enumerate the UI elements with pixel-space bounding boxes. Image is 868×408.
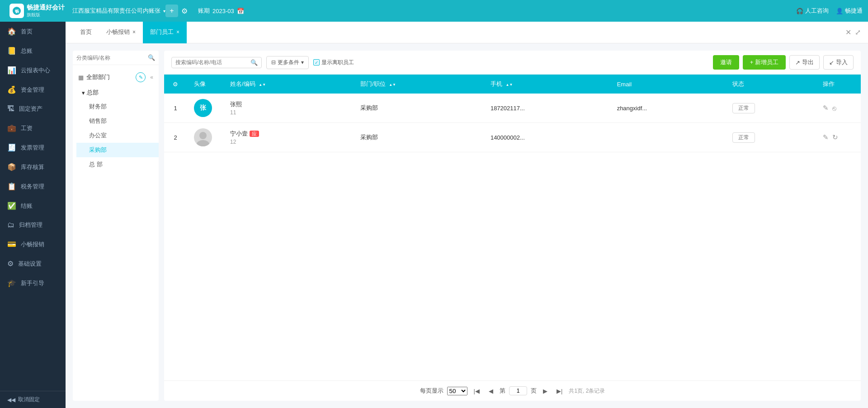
sidebar-item-archive[interactable]: 🗂 归档管理: [0, 216, 66, 234]
first-page-button[interactable]: |◀: [471, 387, 482, 395]
tab-dept-label: 部门员工: [150, 28, 174, 36]
sidebar-item-tax[interactable]: 📋 税务管理: [0, 177, 66, 196]
inventory-icon: 📦: [7, 163, 16, 171]
period-area: 账期 2023-03 📅: [198, 7, 244, 15]
sidebar-item-settle[interactable]: ✅ 结账: [0, 196, 66, 216]
close-window-icon[interactable]: ✕: [845, 28, 851, 37]
employee-email: [610, 123, 725, 152]
invite-button[interactable]: 邀请: [713, 55, 739, 70]
maximize-window-icon[interactable]: ⤢: [855, 28, 861, 37]
dept-node-finance[interactable]: 财务部: [76, 99, 159, 114]
sort-phone-icon[interactable]: ▲▼: [506, 83, 513, 87]
settings-icon[interactable]: ⚙: [178, 5, 191, 17]
dept-node-general[interactable]: 总 部: [76, 157, 159, 172]
page-number-input[interactable]: [509, 386, 527, 395]
all-dept-item[interactable]: ▦ 全部部门 ✎ «: [73, 69, 159, 86]
row-index: 2: [164, 123, 187, 152]
archive-icon: 🗂: [7, 221, 14, 229]
show-resigned-toggle[interactable]: ✓ 显示离职员工: [313, 59, 354, 66]
app-subtitle: 旗舰版: [27, 12, 65, 18]
page-label: 第: [500, 387, 505, 395]
per-page-label: 每页显示: [420, 387, 443, 395]
tab-home[interactable]: 首页: [73, 22, 99, 43]
dept-node-office[interactable]: 办公室: [76, 128, 159, 143]
sidebar-item-invoices[interactable]: 🧾 发票管理: [0, 138, 66, 157]
sidebar-item-wages[interactable]: 💼 工资: [0, 118, 66, 138]
dept-node-purchase[interactable]: 采购部: [76, 143, 159, 157]
logo-icon: 畅: [9, 4, 24, 18]
sidebar-item-home[interactable]: 🏠 首页: [0, 22, 66, 41]
col-name[interactable]: 姓名/编码 ▲▼: [223, 75, 353, 94]
sidebar-item-expense[interactable]: 💳 小畅报销: [0, 234, 66, 254]
svg-point-3: [197, 140, 209, 146]
svg-point-2: [199, 132, 207, 139]
tab-expense-label: 小畅报销: [106, 28, 130, 36]
wages-icon: 💼: [7, 124, 16, 132]
tab-expense[interactable]: 小畅报销 ×: [99, 22, 143, 43]
sidebar-item-guide[interactable]: 🎓 新手引导: [0, 273, 66, 293]
dept-group-head: ▾ 总部 财务部 销售部 办公室 采购部 总 部: [73, 86, 159, 172]
sort-name-icon[interactable]: ▲▼: [259, 83, 266, 87]
tax-icon: 📋: [7, 182, 16, 191]
col-settings[interactable]: ⚙: [164, 75, 187, 94]
sidebar-item-label: 发票管理: [21, 144, 44, 152]
calendar-icon[interactable]: 📅: [237, 8, 244, 14]
employee-table: ⚙ 头像 姓名/编码 ▲▼ 部门/职位 ▲▼: [164, 75, 861, 152]
sidebar-item-ledger[interactable]: 📒 总账: [0, 41, 66, 61]
col-dept[interactable]: 部门/职位 ▲▼: [353, 75, 483, 94]
import-button[interactable]: ↙ 导入: [823, 55, 854, 70]
employee-name: 宁小壹应: [230, 130, 346, 138]
top-header: 畅 畅捷通好会计 旗舰版 江西服宝精品有限责任公司内账张 ▾ + ⚙ 账期 20…: [0, 0, 868, 22]
edit-employee-button[interactable]: ✎: [823, 104, 829, 112]
table-row: 2宁小壹应12采购部140000002...正常✎↻: [164, 123, 861, 152]
sidebar-item-label: 固定资产: [19, 105, 42, 113]
employee-name-code: 宁小壹应12: [223, 123, 353, 152]
sidebar-item-settings[interactable]: ⚙ 基础设置: [0, 254, 66, 273]
dept-search-input[interactable]: [76, 55, 148, 61]
user-icon: 👤: [836, 8, 843, 14]
sidebar-item-label: 工资: [21, 124, 33, 132]
home-icon: 🏠: [7, 27, 16, 36]
tab-dept-close[interactable]: ×: [176, 29, 179, 35]
dept-node-sales[interactable]: 销售部: [76, 114, 159, 128]
tab-home-label: 首页: [80, 28, 92, 36]
more-filters-button[interactable]: ⊟ 更多条件 ▾: [266, 56, 309, 69]
sidebar-item-inventory[interactable]: 📦 库存核算: [0, 157, 66, 177]
search-icon: 🔍: [250, 59, 258, 66]
sort-dept-icon[interactable]: ▲▼: [389, 83, 396, 87]
cancel-pin-button[interactable]: ◀◀ 取消固定: [0, 391, 66, 408]
user-area[interactable]: 👤 畅捷通: [836, 7, 863, 15]
sidebar-item-label: 归档管理: [19, 221, 42, 229]
company-selector[interactable]: 江西服宝精品有限责任公司内账张 ▾: [72, 7, 165, 15]
header-actions: 🎧 人工咨询 👤 畅捷通: [796, 7, 863, 15]
add-button[interactable]: +: [165, 5, 178, 17]
sidebar-item-assets[interactable]: 🏗 固定资产: [0, 99, 66, 118]
ai-consult-button[interactable]: 🎧 人工咨询: [796, 7, 829, 15]
sidebar-item-reports[interactable]: 📊 云报表中心: [0, 61, 66, 80]
delete-employee-button[interactable]: ↻: [832, 133, 838, 141]
status-badge: 正常: [732, 132, 755, 143]
tab-expense-close[interactable]: ×: [132, 29, 136, 35]
col-phone[interactable]: 手机 ▲▼: [483, 75, 610, 94]
avatar: [194, 128, 212, 146]
add-employee-button[interactable]: + 新增员工: [743, 55, 786, 70]
employee-search-input[interactable]: [175, 59, 249, 66]
sidebar-item-capital[interactable]: 💰 资金管理: [0, 80, 66, 99]
prev-page-button[interactable]: ◀: [486, 387, 496, 395]
edit-employee-button[interactable]: ✎: [823, 133, 829, 141]
employee-code: 12: [230, 139, 346, 145]
next-page-button[interactable]: ▶: [540, 387, 550, 395]
employee-dept: 采购部: [353, 123, 483, 152]
col-avatar: 头像: [187, 75, 223, 94]
col-email: Email: [610, 75, 725, 94]
sidebar: 🏠 首页 📒 总账 📊 云报表中心 💰 资金管理 🏗 固定资产 💼 工资 🧾 发…: [0, 22, 66, 408]
logout-employee-button[interactable]: ⎋: [832, 104, 836, 112]
tab-dept-employee[interactable]: 部门员工 ×: [143, 22, 187, 43]
per-page-select[interactable]: 50 100: [447, 387, 467, 395]
last-page-button[interactable]: ▶|: [554, 387, 565, 395]
sidebar-item-label: 结账: [21, 202, 33, 210]
edit-dept-button[interactable]: ✎: [136, 72, 146, 82]
collapse-dept-icon[interactable]: «: [150, 74, 153, 80]
export-button[interactable]: ↗ 导出: [789, 55, 820, 70]
checkbox-show-resigned[interactable]: ✓: [313, 59, 320, 66]
